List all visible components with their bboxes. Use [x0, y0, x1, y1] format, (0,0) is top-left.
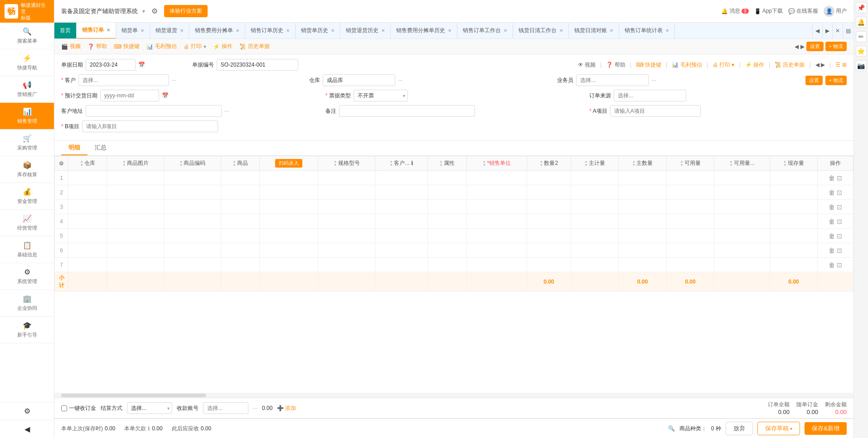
row-available-1[interactable] [666, 171, 714, 185]
profit-item[interactable]: 📊 毛利预估 [146, 43, 177, 50]
trial-btn[interactable]: 体验行业方案 [164, 5, 208, 17]
row-main-qty-5[interactable] [619, 229, 667, 243]
tab-close-sales-refund[interactable]: ✕ [180, 28, 184, 33]
row-actions-4[interactable]: 🗑 ⊡ [818, 214, 853, 229]
row-spec-4[interactable] [318, 214, 375, 229]
row-main-unit-6[interactable] [571, 243, 619, 258]
invoice-type-select[interactable]: 不开票 增值税普通发票 增值税专用发票 [354, 90, 408, 101]
row-available-3[interactable] [666, 200, 714, 214]
row-attribute-7[interactable] [428, 258, 466, 272]
row-qty2-5[interactable] [527, 229, 571, 243]
sidebar-item-quick-nav[interactable]: ⚡快捷导航 [0, 49, 54, 76]
sidebar-item-purchase[interactable]: 🛒采购管理 [0, 130, 54, 156]
row-scan-5[interactable] [260, 229, 318, 243]
row-product-img-2[interactable] [107, 185, 164, 200]
row-spec-3[interactable] [318, 200, 375, 214]
sidebar-item-business[interactable]: 📈经营管理 [0, 210, 54, 236]
tab-sales-fee[interactable]: 销售费用分摊单✕ [189, 23, 245, 39]
b-project-input[interactable] [82, 120, 218, 132]
help-item[interactable]: ❓ 帮助 [87, 43, 107, 50]
orange-grid-icon[interactable]: ⊞ [842, 62, 847, 68]
row-available-4[interactable] [666, 214, 714, 229]
remark-input[interactable] [339, 105, 475, 117]
salesperson-dots-icon[interactable]: ··· [651, 77, 656, 83]
sidebar-item-base-info[interactable]: 📋基础信息 [0, 236, 54, 263]
row-product-code-4[interactable] [164, 214, 221, 229]
row-product-7[interactable] [221, 258, 259, 272]
row-spec-1[interactable] [318, 171, 375, 185]
row-available-2[interactable] [666, 185, 714, 200]
delete-icon-3[interactable]: 🗑 [829, 203, 835, 211]
row-stock-4[interactable] [770, 214, 818, 229]
tabbar-close-all-icon[interactable]: ✕ [832, 23, 843, 39]
row-main-unit-4[interactable] [571, 214, 619, 229]
row-available2-2[interactable] [714, 185, 770, 200]
delivery-calendar-icon[interactable]: 📅 [162, 92, 169, 99]
row-scan-7[interactable] [260, 258, 318, 272]
row-warehouse-5[interactable] [68, 229, 107, 243]
row-actions-2[interactable]: 🗑 ⊡ [818, 185, 853, 200]
delivery-date-input[interactable] [100, 90, 159, 101]
row-stock-1[interactable] [770, 171, 818, 185]
order-source-input[interactable] [614, 90, 686, 101]
row-warehouse-6[interactable] [68, 243, 107, 258]
row-product-2[interactable] [221, 185, 259, 200]
delete-icon-1[interactable]: 🗑 [829, 174, 835, 182]
row-sales-unit-1[interactable] [466, 171, 527, 185]
th-warehouse[interactable]: ▲▼仓库 [68, 156, 107, 171]
row-actions-7[interactable]: 🗑 ⊡ [818, 258, 853, 272]
account-dots-icon[interactable]: ··· [253, 405, 257, 411]
th-main-unit[interactable]: ▲▼主计量 [571, 156, 619, 171]
tabbar-prev-icon[interactable]: ◀ [812, 23, 822, 39]
warehouse-input[interactable] [323, 74, 395, 86]
row-sales-unit-3[interactable] [466, 200, 527, 214]
row-stock-6[interactable] [770, 243, 818, 258]
sidebar-item-finance[interactable]: 💰资金管理 [0, 183, 54, 210]
row-scan-2[interactable] [260, 185, 318, 200]
th-attribute[interactable]: ▲▼属性 [428, 156, 466, 171]
th-spec[interactable]: ▲▼规格型号 [318, 156, 375, 171]
copy-icon-2[interactable]: ⊡ [837, 189, 842, 196]
row-scan-4[interactable] [260, 214, 318, 229]
copy-icon-7[interactable]: ⊡ [837, 261, 842, 269]
copy-icon-4[interactable]: ⊡ [837, 218, 842, 225]
row-main-qty-2[interactable] [619, 185, 667, 200]
tab-sales-report[interactable]: 销售订单统计表✕ [619, 23, 675, 39]
save-new-btn[interactable]: 保存&新增 [805, 422, 847, 435]
row-stock-2[interactable] [770, 185, 818, 200]
row-available2-5[interactable] [714, 229, 770, 243]
tab-close-cash-daily[interactable]: ✕ [559, 28, 563, 33]
salesperson-input[interactable] [576, 74, 649, 86]
th-stock[interactable]: ▲▼现存量 [770, 156, 818, 171]
sidebar-item-collapse[interactable]: ◀ [0, 420, 54, 438]
online-service-item[interactable]: 💬 在线客服 [788, 7, 818, 15]
row-spec-5[interactable] [318, 229, 375, 243]
sub-tab-summary[interactable]: 汇总 [87, 141, 114, 155]
delete-icon-2[interactable]: 🗑 [829, 189, 835, 196]
grid-icon[interactable]: ☰ [835, 62, 840, 68]
settlement-select[interactable]: 选择... [127, 402, 172, 414]
tab-home[interactable]: 首页 [54, 23, 77, 39]
row-sales-unit-6[interactable] [466, 243, 527, 258]
row-product-img-4[interactable] [107, 214, 164, 229]
sidebar-item-marketing[interactable]: 📢营销推广 [0, 76, 54, 103]
order-no-input[interactable] [217, 59, 298, 71]
scrollbar-row[interactable] [54, 393, 853, 398]
rp-camera-icon[interactable]: 📷 [856, 60, 867, 71]
th-available2[interactable]: ▲▼可用量... [714, 156, 770, 171]
row-product-4[interactable] [221, 214, 259, 229]
row-attribute-6[interactable] [428, 243, 466, 258]
tab-close-sales-return-history[interactable]: ✕ [331, 28, 335, 33]
row-attribute-1[interactable] [428, 171, 466, 185]
tab-close-sales-return[interactable]: ✕ [141, 28, 144, 33]
next-arrow-icon[interactable]: ▶ [800, 43, 805, 50]
settings-icon-btn[interactable]: ⚙ [150, 7, 160, 15]
scrollbar-inner[interactable] [61, 394, 206, 397]
row-scan-6[interactable] [260, 243, 318, 258]
row-main-qty-3[interactable] [619, 200, 667, 214]
add-material-form-btn[interactable]: + 物流 [825, 76, 847, 85]
row-qty2-4[interactable] [527, 214, 571, 229]
tab-sales-fee-history[interactable]: 销售费用分摊单历史✕ [391, 23, 457, 39]
row-scan-1[interactable] [260, 171, 318, 185]
user-item[interactable]: 👤 用户 [824, 6, 847, 17]
